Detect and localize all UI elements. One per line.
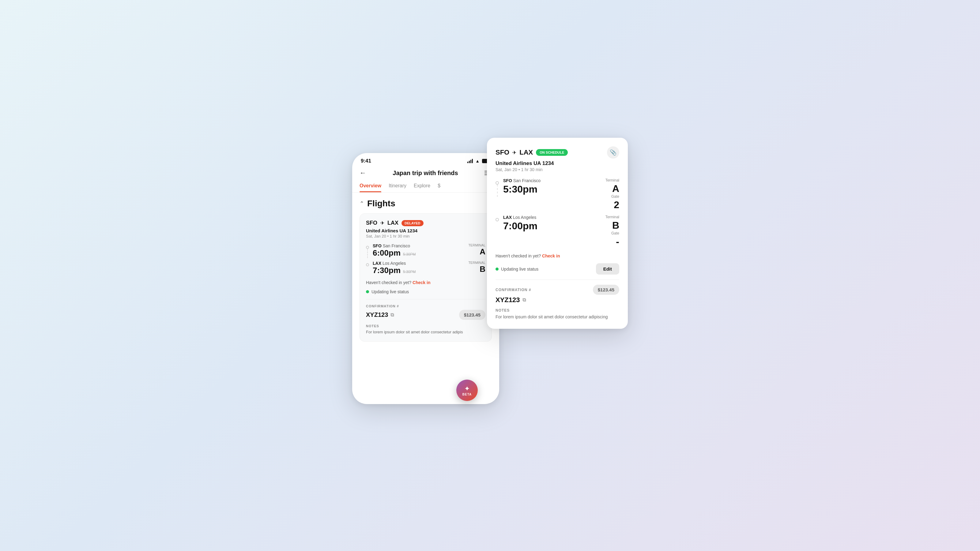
detail-plane-icon: ✈: [512, 150, 516, 156]
stop-line: [367, 249, 368, 258]
detail-date: Sat, Jan 20 • 1 hr 30 min: [495, 167, 619, 172]
collapse-icon[interactable]: ⌃: [360, 200, 364, 207]
notes-label: NOTES: [366, 324, 485, 328]
detail-terminal-val: A: [605, 183, 619, 194]
detail-conf-label: CONFIRMATION #: [495, 288, 531, 292]
departure-row: SFO San Francisco 6:00pm 5:30PM Terminal…: [366, 243, 485, 258]
detail-live-row: Updating live status Edit: [495, 263, 619, 275]
detail-arrival-info: LAX Los Angeles 7:00pm: [503, 215, 605, 232]
confirmation-number: XYZ123 ⧉: [366, 311, 394, 318]
on-schedule-badge: ON SCHEDULE: [536, 149, 568, 156]
detail-conf-number: XYZ123 ⧉: [495, 296, 619, 304]
detail-card: SFO ✈ LAX ON SCHEDULE 📎 United Airlines …: [487, 138, 628, 329]
status-badge: DELAYED: [401, 220, 423, 226]
detail-arrival-terminal-val: B: [605, 220, 619, 231]
tab-bar: Overview Itinerary Explore $: [352, 181, 499, 192]
detail-departure-time: 5:30pm: [503, 184, 605, 195]
airline-name: United Airlines UA 1234: [366, 228, 485, 233]
detail-gate-val: 2: [605, 199, 619, 211]
detail-divider: [495, 279, 619, 280]
status-bar: 9:41 ▲: [352, 153, 499, 167]
detail-route: SFO ✈ LAX ON SCHEDULE: [495, 148, 568, 156]
beta-label: BETA: [463, 393, 472, 396]
detail-departure-row: SFO San Francisco 5:30pm Terminal A Gate…: [495, 178, 619, 211]
detail-copy-icon[interactable]: ⧉: [522, 297, 526, 303]
live-status-row: Updating live status: [366, 289, 485, 294]
signal-icon: [467, 159, 473, 163]
tab-itinerary[interactable]: Itinerary: [389, 181, 406, 192]
page-title: Japan trip with friends: [393, 170, 458, 176]
departure-terminal: Terminal A: [468, 243, 485, 257]
detail-live-text: Updating live status: [501, 267, 538, 272]
arrival-terminal-value: B: [468, 265, 485, 274]
departure-time: 6:00pm: [373, 248, 401, 258]
departure-original-time: 5:30PM: [403, 252, 415, 257]
confirmation-section: CONFIRMATION # XYZ123 ⧉ $123.45: [366, 304, 485, 320]
tab-explore[interactable]: Explore: [414, 181, 430, 192]
check-in-link[interactable]: Check in: [412, 280, 430, 285]
arrival-info: LAX Los Angeles 7:30pm 5:30PM: [373, 261, 468, 275]
departure-dot: [366, 246, 369, 249]
nav-bar: ← Japan trip with friends: [352, 167, 499, 181]
arrival-time: 7:30pm: [373, 266, 401, 275]
notes-text: For lorem ipsum dolor sit amet dolor con…: [366, 329, 485, 335]
flight-card[interactable]: SFO ✈ LAX DELAYED United Airlines UA 123…: [360, 213, 492, 341]
detail-arrival-label: LAX Los Angeles: [503, 215, 605, 220]
detail-arrival-gate-val: -: [605, 236, 619, 247]
detail-departure-label: SFO San Francisco: [503, 178, 605, 183]
detail-live-status: Updating live status: [495, 267, 538, 272]
attach-button[interactable]: 📎: [607, 146, 619, 159]
copy-icon[interactable]: ⧉: [390, 312, 394, 318]
detail-arrival-row: LAX Los Angeles 7:00pm Terminal B Gate -: [495, 215, 619, 247]
check-in-row: Haven't checked in yet? Check in: [366, 280, 485, 285]
departure-time-row: 6:00pm 5:30PM: [373, 248, 468, 258]
detail-departure-info: SFO San Francisco 5:30pm: [503, 178, 605, 195]
back-button[interactable]: ←: [360, 169, 366, 177]
notes-section: NOTES For lorem ipsum dolor sit amet dol…: [366, 324, 485, 335]
detail-airline: United Airlines UA 1234: [495, 160, 619, 167]
card-divider: [366, 299, 485, 299]
departure-terminal-value: A: [468, 247, 485, 257]
detail-departure-dot: [495, 181, 499, 184]
detail-arrival-time: 7:00pm: [503, 221, 605, 232]
detail-notes-text: For lorem ipsum dolor sit amet dolor con…: [495, 314, 619, 320]
live-status-text: Updating live status: [371, 289, 409, 294]
edit-button[interactable]: Edit: [596, 263, 619, 275]
detail-dest: LAX: [519, 148, 533, 156]
confirmation-label: CONFIRMATION #: [366, 304, 485, 308]
status-time: 9:41: [361, 158, 371, 164]
plane-icon: ✈: [380, 220, 384, 226]
detail-stops: SFO San Francisco 5:30pm Terminal A Gate…: [495, 178, 619, 247]
departure-label: SFO San Francisco: [373, 243, 468, 248]
departure-info: SFO San Francisco 6:00pm 5:30PM: [373, 243, 468, 258]
tab-cost[interactable]: $: [438, 181, 441, 192]
origin-code: SFO: [366, 220, 377, 226]
tab-overview[interactable]: Overview: [360, 181, 381, 192]
arrival-original-time: 5:30PM: [403, 270, 415, 274]
attach-icon: 📎: [610, 149, 616, 156]
live-status-dot: [366, 290, 369, 293]
detail-check-in-link[interactable]: Check in: [542, 254, 560, 258]
detail-header: SFO ✈ LAX ON SCHEDULE 📎: [495, 146, 619, 159]
beta-icon: ✦: [464, 385, 470, 393]
arrival-dot: [366, 263, 369, 266]
flights-section-header: ⌃ Flights: [360, 198, 492, 208]
beta-button[interactable]: ✦ BETA: [456, 380, 478, 401]
flight-route: SFO ✈ LAX DELAYED: [366, 220, 485, 226]
flight-stops: SFO San Francisco 6:00pm 5:30PM Terminal…: [366, 243, 485, 275]
flights-title: Flights: [367, 198, 395, 208]
arrival-label: LAX Los Angeles: [373, 261, 468, 266]
arrival-time-row: 7:30pm 5:30PM: [373, 266, 468, 275]
arrival-terminal: Terminal B: [468, 261, 485, 274]
price-badge: $123.45: [459, 310, 485, 320]
detail-conf-row: CONFIRMATION # $123.45: [495, 285, 619, 295]
detail-notes-label: NOTES: [495, 308, 619, 313]
dest-code: LAX: [387, 220, 398, 226]
detail-arrival-terminal: Terminal B Gate -: [605, 215, 619, 247]
detail-live-dot: [495, 268, 499, 271]
main-content: ⌃ Flights SFO ✈ LAX DELAYED United Airli…: [352, 192, 499, 348]
detail-price-badge: $123.45: [593, 285, 619, 295]
detail-stop-line: [497, 184, 498, 197]
flight-date: Sat, Jan 20 • 1 hr 30 min: [366, 234, 485, 238]
detail-origin: SFO: [495, 148, 509, 156]
